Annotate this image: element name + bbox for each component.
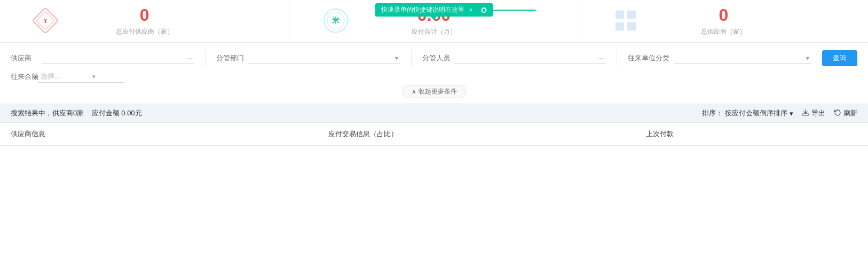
supplier-dots-btn[interactable]: ··· [184,54,195,62]
table-body [0,146,868,275]
filter-area: 供应商 ··· 分管部门 ▾ 分管人员 ··· [0,43,868,104]
filter-item-division: 分管部门 ▾ [216,53,400,64]
supplier-input-box: ··· [42,53,194,64]
collapse-button[interactable]: ∧ 收起更多条件 [403,85,466,98]
stat-payable-total: 米 0.00 应付合计（万） 快速录单的快捷键说明在这里 × [289,0,579,42]
supplier-input[interactable] [42,53,184,63]
division-input[interactable] [248,53,392,63]
svg-rect-7 [627,10,636,19]
grid-icon [611,6,640,36]
filter-item-supplier: 供应商 ··· [11,53,194,64]
svg-rect-6 [616,10,624,19]
col-last-payment: 上次付款 [646,129,858,139]
balance-label: 往来余额 [11,72,38,82]
filter-row-2: 往来余额 选择... ▾ [11,70,857,83]
export-icon [802,109,809,118]
stat-total-payable-suppliers: ¥ 0 总应付供应商（家） [0,0,289,42]
svg-text:米: 米 [332,15,340,24]
division-label: 分管部门 [216,53,244,63]
total-payable-number: 0 [140,6,149,25]
svg-rect-10 [802,114,809,115]
balance-select[interactable]: 选择... ▾ [38,70,124,83]
sort-label: 排序： [702,108,723,118]
col-last-payment-label: 上次付款 [646,130,674,138]
tooltip-text: 快速录单的快捷键说明在这里 [381,5,464,14]
manager-label: 分管人员 [422,53,450,63]
tooltip-line [493,10,535,11]
sort-selector[interactable]: 排序： 按应付会额倒序排序 ▾ [702,108,793,118]
unit-category-input[interactable] [674,53,804,63]
results-actions: 排序： 按应付会额倒序排序 ▾ 导出 刷新 [702,108,857,118]
diamond-icon: ¥ [32,7,59,35]
query-button[interactable]: 查询 [822,50,857,66]
refresh-icon [834,109,841,118]
col-payable-trade-info-label: 应付交易信息（占比） [328,130,398,138]
manager-input-box: ··· [454,53,606,64]
filter-row-1: 供应商 ··· 分管部门 ▾ 分管人员 ··· [11,50,857,66]
tooltip-dot [481,7,486,13]
divider-2 [411,50,412,66]
manager-input[interactable] [454,53,596,63]
collapse-row: ∧ 收起更多条件 [11,83,857,99]
col-supplier-info-label: 供应商信息 [11,130,45,138]
svg-text:¥: ¥ [44,17,48,23]
stat-total-suppliers: 0 总供应商（家） [579,0,868,42]
manager-dots-btn[interactable]: ··· [595,54,606,62]
filter-item-manager: 分管人员 ··· [422,53,606,64]
balance-arrow-icon: ▾ [92,73,96,80]
payable-total-label: 应付合计（万） [412,27,456,36]
stats-bar: ¥ 0 总应付供应商（家） 米 0.00 应付合计（万） 快速录单的快捷键说明在… [0,0,868,43]
circle-icon: 米 [321,6,350,36]
unit-category-arrow-icon[interactable]: ▾ [804,54,811,62]
col-payable-trade-info: 应付交易信息（占比） [328,129,646,139]
total-suppliers-label: 总供应商（家） [701,27,746,36]
svg-rect-9 [627,22,636,30]
supplier-label: 供应商 [11,53,37,63]
division-input-box: ▾ [248,53,400,64]
tooltip-close-btn[interactable]: × [469,6,472,14]
results-summary: 搜索结果中，供应商0家 [11,109,84,117]
division-arrow-icon[interactable]: ▾ [393,54,400,62]
collapse-label: 收起更多条件 [419,87,457,96]
query-btn-wrap: 查询 [822,50,857,66]
divider-3 [617,50,617,66]
refresh-label: 刷新 [843,108,857,118]
results-info: 搜索结果中，供应商0家 应付金额 0.00元 [11,108,142,118]
refresh-button[interactable]: 刷新 [834,108,857,118]
total-suppliers-number: 0 [719,6,728,25]
tooltip-bubble: 快速录单的快捷键说明在这里 × [375,3,493,17]
divider-1 [205,50,206,66]
results-bar: 搜索结果中，供应商0家 应付金额 0.00元 排序： 按应付会额倒序排序 ▾ 导… [0,104,868,123]
results-amount: 应付金额 0.00元 [92,109,142,117]
export-label: 导出 [811,108,825,118]
collapse-chevron-icon: ∧ [412,88,416,96]
col-supplier-info: 供应商信息 [11,129,328,139]
export-button[interactable]: 导出 [802,108,825,118]
unit-category-label: 往来单位分类 [628,53,669,63]
svg-rect-8 [616,22,624,30]
unit-category-input-box: ▾ [674,53,811,64]
total-payable-label: 总应付供应商（家） [116,27,173,36]
filter-item-unit-category: 往来单位分类 ▾ [628,53,811,64]
sort-arrow-icon: ▾ [790,109,793,117]
sort-value: 按应付会额倒序排序 [725,108,787,118]
balance-placeholder: 选择... [41,72,60,81]
table-header: 供应商信息 应付交易信息（占比） 上次付款 [0,123,868,146]
